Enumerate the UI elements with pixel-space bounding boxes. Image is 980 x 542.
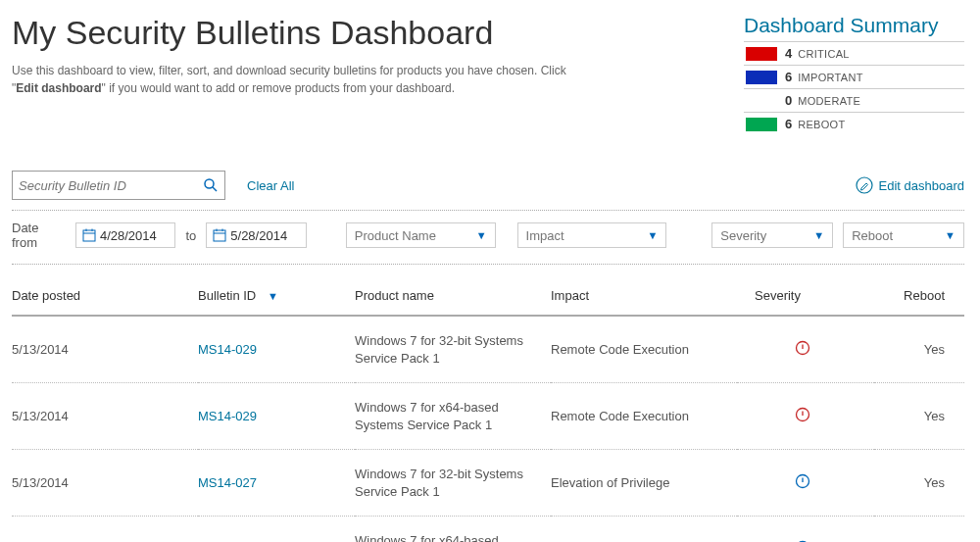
page-subtitle: Use this dashboard to view, filter, sort… [12,62,580,97]
cell-severity [737,316,874,383]
summary-count: 0 [785,93,792,108]
divider [12,210,964,211]
header-severity[interactable]: Severity [737,274,874,316]
svg-rect-7 [214,230,225,241]
page-title: My Security Bulletins Dashboard [12,14,580,52]
bulletins-table: Date posted Bulletin ID ▼ Product name I… [12,274,964,542]
summary-count: 4 [785,46,792,61]
clear-all-link[interactable]: Clear All [247,178,294,193]
date-to-label: to [185,228,196,243]
severity-icon [795,473,810,489]
cell-reboot: Yes [874,383,964,450]
cell-date: 5/13/2014 [12,517,198,542]
product-filter[interactable]: Product Name ▼ [346,222,496,248]
summary-label: REBOOT [798,119,845,130]
summary-row: 0MODERATE [744,88,964,112]
cell-product-text: Windows 7 for x64-based Systems Service … [355,399,541,433]
bulletin-link[interactable]: MS14-029 [198,409,257,423]
cell-impact: Elevation of Privilege [551,517,737,542]
chevron-down-icon: ▼ [476,229,487,241]
cell-product: Windows 7 for 32-bit Systems Service Pac… [355,450,551,517]
search-input[interactable] [19,178,199,193]
severity-swatch [746,47,777,61]
search-box[interactable] [12,171,225,200]
cell-date: 5/13/2014 [12,316,198,383]
svg-point-19 [802,483,804,485]
svg-rect-3 [83,230,95,241]
subtitle-bold: Edit dashboard [16,81,101,95]
header-reboot[interactable]: Reboot [874,274,964,316]
cell-reboot: Yes [874,517,964,542]
dashboard-summary: Dashboard Summary 4CRITICAL6IMPORTANT0MO… [744,14,964,135]
bulletin-link[interactable]: MS14-027 [198,475,257,490]
cell-product-text: Windows 7 for 32-bit Systems Service Pac… [355,466,541,500]
date-to-input[interactable]: 5/28/2014 [206,222,307,248]
cell-product: Windows 7 for x64-based Systems Service … [355,383,551,450]
date-from-label: Date from [12,221,66,250]
cell-product-text: Windows 7 for 32-bit Systems Service Pac… [355,332,541,367]
product-filter-label: Product Name [355,228,436,243]
summary-label: IMPORTANT [798,72,862,83]
summary-row: 6IMPORTANT [744,65,964,88]
header-impact[interactable]: Impact [551,274,737,316]
svg-point-0 [205,179,214,188]
table-row: 5/13/2014MS14-027Windows 7 for x64-based… [12,517,964,542]
cell-impact: Elevation of Privilege [551,450,737,517]
summary-count: 6 [785,117,792,131]
bulletin-link[interactable]: MS14-029 [198,342,257,357]
cell-product: Windows 7 for x64-based Systems Service … [355,517,551,542]
chevron-down-icon: ▼ [945,229,956,241]
date-to-value: 5/28/2014 [230,228,287,243]
cell-bulletin: MS14-029 [198,316,355,383]
edit-icon [856,176,873,194]
severity-swatch [746,118,777,131]
reboot-filter-label: Reboot [852,228,893,243]
impact-filter[interactable]: Impact ▼ [517,222,667,248]
subtitle-post: " if you would want to add or remove pro… [102,81,455,95]
cell-product-text: Windows 7 for x64-based Systems Service … [355,532,541,542]
cell-reboot: Yes [874,316,964,383]
cell-date: 5/13/2014 [12,383,198,450]
svg-point-16 [802,417,804,419]
cell-impact: Remote Code Execution [551,383,737,450]
table-row: 5/13/2014MS14-029Windows 7 for x64-based… [12,383,964,450]
severity-filter-label: Severity [720,228,766,243]
table-row: 5/13/2014MS14-029Windows 7 for 32-bit Sy… [12,316,964,383]
summary-label: MODERATE [798,95,860,107]
sort-indicator-icon: ▼ [268,290,278,302]
cell-reboot: Yes [874,450,964,517]
cell-bulletin: MS14-027 [198,517,355,542]
date-from-value: 4/28/2014 [100,228,157,243]
edit-dashboard-link[interactable]: Edit dashboard [856,176,964,194]
table-row: 5/13/2014MS14-027Windows 7 for 32-bit Sy… [12,450,964,517]
header-product[interactable]: Product name [355,274,551,316]
date-from-input[interactable]: 4/28/2014 [75,222,176,248]
reboot-filter[interactable]: Reboot ▼ [843,222,964,248]
header-bulletin-label: Bulletin ID [198,288,256,303]
cell-severity [737,450,874,517]
search-icon[interactable] [203,177,219,193]
cell-severity [737,517,874,542]
summary-title: Dashboard Summary [744,14,964,37]
header-bulletin[interactable]: Bulletin ID ▼ [198,274,355,316]
severity-swatch [746,71,777,84]
summary-label: CRITICAL [798,48,850,60]
cell-bulletin: MS14-029 [198,383,355,450]
severity-filter[interactable]: Severity ▼ [711,222,833,248]
severity-icon [795,340,810,356]
chevron-down-icon: ▼ [813,229,824,241]
severity-icon [795,407,810,422]
header-date[interactable]: Date posted [12,274,198,316]
impact-filter-label: Impact [526,228,564,243]
cell-impact: Remote Code Execution [551,316,737,383]
cell-product: Windows 7 for 32-bit Systems Service Pac… [355,316,551,383]
calendar-icon [82,228,96,242]
svg-point-13 [802,350,804,352]
summary-count: 6 [785,70,792,84]
summary-row: 4CRITICAL [744,41,964,65]
cell-severity [737,383,874,450]
cell-date: 5/13/2014 [12,450,198,517]
summary-row: 6REBOOT [744,112,964,135]
divider [12,264,964,265]
chevron-down-icon: ▼ [647,229,658,241]
